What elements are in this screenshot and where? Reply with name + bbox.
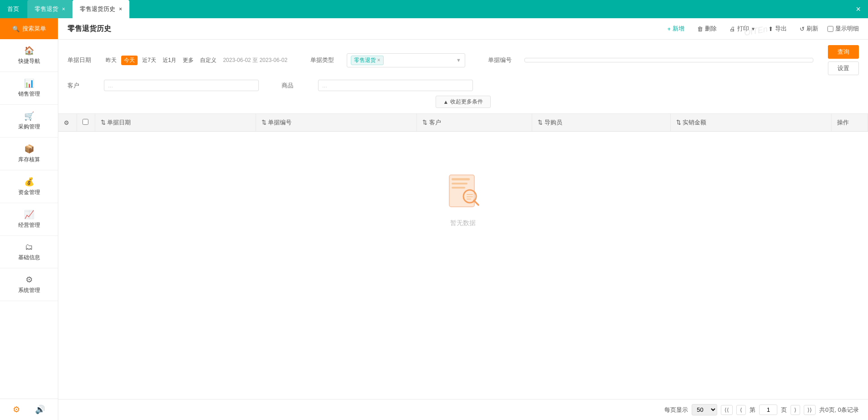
prev-page-button[interactable]: ⟨ [736,405,746,415]
delete-icon: 🗑 [697,26,703,32]
sidebar-bottom: ⚙ 🔊 [0,399,58,420]
show-detail-checkbox-label[interactable]: 显示明细 [827,25,859,33]
refresh-button[interactable]: ↺ 刷新 [796,23,822,35]
th-gear[interactable]: ⚙ [58,114,77,132]
sidebar-item-operation-label: 经营管理 [18,221,40,229]
tab-retail-return[interactable]: 零售退货 × [27,0,72,18]
date-opt-yesterday[interactable]: 昨天 [104,56,118,65]
th-amount-label: ⇅ 实销金额 [676,119,707,126]
svg-rect-3 [452,187,465,189]
filter-area: 单据日期 昨天 今天 近7天 近1月 更多 自定义 2023-06-02 至 2… [58,40,868,114]
sidebar-item-sales-label: 销售管理 [18,90,40,98]
new-label: 新增 [673,25,684,33]
top-tab-bar: 首页 零售退货 × 零售退货历史 × × [0,0,868,18]
bill-no-input[interactable] [524,58,813,62]
date-opt-custom[interactable]: 自定义 [198,56,218,65]
customer-input[interactable]: ... [104,80,259,91]
gear-icon: ⚙ [64,119,69,126]
refresh-label: 刷新 [806,25,818,33]
export-button[interactable]: ⬆ 导出 [765,23,791,35]
new-button[interactable]: + 新增 [664,23,688,35]
sales-icon: 📊 [24,78,34,88]
refresh-icon: ↺ [800,26,805,32]
content-area: 零售退货历史 + 新增 🗑 删除 🖨 打印 ▼ ⬆ 导出 [58,18,868,420]
export-label: 导出 [775,25,787,33]
export-icon: ⬆ [768,26,773,32]
tab-retail-history-close[interactable]: × [119,6,122,12]
sidebar: 🔍 搜索菜单 🏠 快捷导航 📊 销售管理 🛒 采购管理 📦 库存核算 💰 资金管… [0,18,58,420]
sidebar-item-sales[interactable]: 📊 销售管理 [0,72,58,105]
date-options: 昨天 今天 近7天 近1月 更多 自定义 2023-06-02 至 2023-0… [104,56,288,65]
sidebar-item-basic-info[interactable]: 🗂 基础信息 [0,236,58,268]
sidebar-search[interactable]: 🔍 搜索菜单 [0,18,58,39]
basic-info-icon: 🗂 [25,242,33,252]
date-opt-7days[interactable]: 近7天 [140,56,158,65]
tab-home-label: 首页 [7,5,19,13]
collapse-button[interactable]: ▲ 收起更多条件 [436,96,491,108]
empty-illustration [440,168,486,214]
filter-row-2: 客户 ... 商品 ... [67,80,859,91]
customer-filter-label: 客户 [67,82,95,90]
collapse-icon: ▲ [443,99,449,105]
show-detail-label: 显示明细 [835,25,859,33]
tab-retail-history-label: 零售退货历史 [80,5,115,13]
empty-state: 暂无数据 [58,132,868,264]
system-icon: ⚙ [26,275,33,285]
tab-retail-return-label: 零售退货 [35,5,58,13]
tab-retail-return-close[interactable]: × [62,6,65,12]
next-page-button[interactable]: ⟩ [791,405,800,415]
print-label: 打印 [737,25,749,33]
pagination-bar: 每页显示 50 20 100 ⟨⟨ ⟨ 第 1 页 ⟩ ⟩⟩ 共0页, 0条记录 [58,399,868,420]
sidebar-item-purchase[interactable]: 🛒 采购管理 [0,105,58,138]
page-size-select[interactable]: 50 20 100 [692,404,717,415]
sidebar-item-basic-info-label: 基础信息 [18,254,40,261]
finance-icon: 💰 [24,177,34,187]
show-detail-checkbox[interactable] [827,26,833,32]
delete-button[interactable]: 🗑 删除 [693,23,720,35]
goods-placeholder: ... [322,82,327,89]
select-all-checkbox[interactable] [82,119,88,125]
settings-icon[interactable]: ⚙ [13,405,20,415]
bill-type-select[interactable]: 零售退货 × ▼ [347,53,465,67]
th-checkbox[interactable] [77,114,95,132]
total-info: 共0页, 0条记录 [819,406,859,414]
sidebar-item-system[interactable]: ⚙ 系统管理 [0,268,58,301]
tab-home[interactable]: 首页 [0,0,26,18]
print-button[interactable]: 🖨 打印 ▼ [726,23,759,35]
sidebar-item-quick-nav[interactable]: 🏠 快捷导航 [0,39,58,72]
table-header: ⚙ ⇅ 单据日期 ⇅ 单据编号 ⇅ 客户 [58,114,868,132]
speaker-icon[interactable]: 🔊 [35,405,45,415]
sidebar-item-purchase-label: 采购管理 [18,123,40,131]
last-page-button[interactable]: ⟩⟩ [804,405,816,415]
set-button[interactable]: 设置 [828,61,859,75]
date-filter-label: 单据日期 [67,56,95,64]
new-icon: + [668,26,671,32]
sidebar-item-finance[interactable]: 💰 资金管理 [0,170,58,203]
bill-type-label: 单据类型 [310,56,338,64]
table-area: ⚙ ⇅ 单据日期 ⇅ 单据编号 ⇅ 客户 [58,114,868,399]
data-table: ⚙ ⇅ 单据日期 ⇅ 单据编号 ⇅ 客户 [58,114,868,264]
query-button[interactable]: 查询 [828,45,859,59]
th-amount: ⇅ 实销金额 [670,114,831,132]
goods-filter-label: 商品 [282,82,309,90]
th-date-label: ⇅ 单据日期 [101,119,131,126]
operation-icon: 📈 [24,210,34,220]
current-page-input[interactable]: 1 [759,405,777,415]
th-actions-label: 操作 [837,119,849,126]
customer-placeholder: ... [108,82,113,89]
bill-type-tag-close[interactable]: × [377,57,380,63]
filter-row-1: 单据日期 昨天 今天 近7天 近1月 更多 自定义 2023-06-02 至 2… [67,45,859,75]
date-opt-1month[interactable]: 近1月 [161,56,179,65]
first-page-button[interactable]: ⟨⟨ [721,405,733,415]
goods-input[interactable]: ... [318,80,473,91]
empty-cell: 暂无数据 [58,132,868,264]
collapse-row: ▲ 收起更多条件 [67,96,859,108]
sidebar-item-inventory[interactable]: 📦 库存核算 [0,138,58,170]
window-close-button[interactable]: × [848,5,868,14]
sidebar-item-quick-nav-label: 快捷导航 [18,57,40,65]
tab-retail-history[interactable]: 零售退货历史 × [72,0,129,18]
sidebar-item-operation[interactable]: 📈 经营管理 [0,203,58,236]
date-opt-more[interactable]: 更多 [181,56,195,65]
th-customer-label: ⇅ 客户 [422,119,441,126]
date-opt-today[interactable]: 今天 [121,56,138,65]
